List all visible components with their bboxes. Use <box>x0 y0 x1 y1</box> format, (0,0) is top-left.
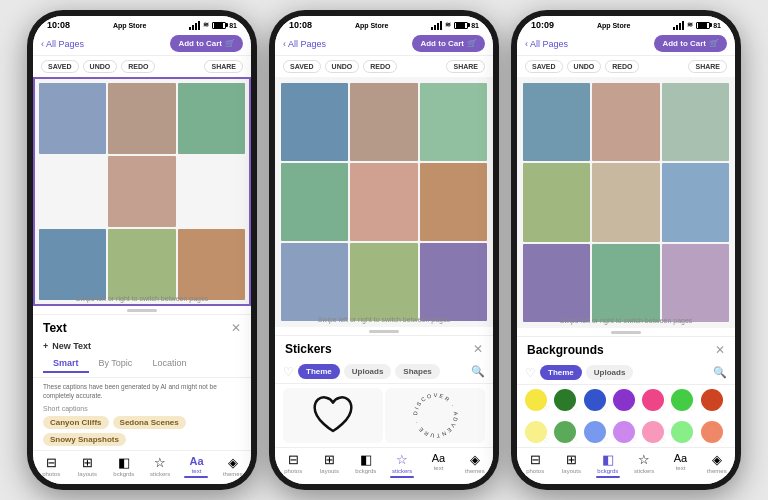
back-label-2: All Pages <box>288 39 326 49</box>
cart-icon-1: 🛒 <box>225 39 235 48</box>
phone-2: 10:08 App Store ≋ 81 ‹ All Pages <box>269 10 499 490</box>
swatch-purple[interactable]: ♡ <box>613 389 635 411</box>
tab-smart[interactable]: Smart <box>43 355 89 373</box>
tab-photos-2[interactable]: ⊟ photos <box>275 452 311 478</box>
tag-snowy-snapshots[interactable]: Snowy Snapshots <box>43 433 126 446</box>
carrier-2: App Store <box>355 22 388 29</box>
app-navbar-3: ‹ All Pages Add to Cart 🛒 <box>517 32 735 56</box>
tab-layouts-1[interactable]: ⊞ layouts <box>69 455 105 478</box>
back-button-3[interactable]: ‹ All Pages <box>525 39 568 49</box>
tab-text-2[interactable]: Aa text <box>420 452 456 478</box>
tab-layouts-label-1: layouts <box>78 471 97 477</box>
swatch-lt-pink[interactable]: ♡ <box>642 421 664 443</box>
tab-layouts-2[interactable]: ⊞ layouts <box>311 452 347 478</box>
tab-text-1[interactable]: Aa text <box>178 455 214 478</box>
tab-themes-1[interactable]: ◈ themes <box>215 455 251 478</box>
tag-sedona-scenes[interactable]: Sedona Scenes <box>113 416 186 429</box>
redo-btn-2[interactable]: REDO <box>363 60 397 73</box>
filter-theme-3[interactable]: Theme <box>540 365 582 380</box>
tab-stickers-2[interactable]: ☆ stickers <box>384 452 420 478</box>
filter-theme-2[interactable]: Theme <box>298 364 340 379</box>
swatch-lt-blue[interactable]: ♡ <box>584 421 606 443</box>
favorite-heart-btn-3[interactable]: ♡ <box>525 366 536 380</box>
back-button-1[interactable]: ‹ All Pages <box>41 39 84 49</box>
swatch-lt-lt-green[interactable]: ♡ <box>671 421 693 443</box>
tab-layouts-3[interactable]: ⊞ layouts <box>553 452 589 478</box>
tab-photos-1[interactable]: ⊟ photos <box>33 455 69 478</box>
swatch-green[interactable]: ♡ <box>671 389 693 411</box>
swatch-lt-yellow[interactable]: ♡ <box>525 421 547 443</box>
panel-title-3: Backgrounds <box>527 343 604 357</box>
undo-btn-1[interactable]: UNDO <box>83 60 118 73</box>
close-panel-2[interactable]: ✕ <box>473 342 483 356</box>
tab-stickers-1[interactable]: ☆ stickers <box>142 455 178 478</box>
filter-shapes-2[interactable]: Shapes <box>395 364 439 379</box>
bckgrds-icon-3: ◧ <box>602 452 614 467</box>
search-btn-3[interactable]: 🔍 <box>713 366 727 379</box>
text-icon-1: Aa <box>189 455 203 467</box>
swatch-lt-green[interactable]: ♡ <box>554 421 576 443</box>
themes-icon-2: ◈ <box>470 452 480 467</box>
saved-btn-3[interactable]: SAVED <box>525 60 563 73</box>
search-btn-2[interactable]: 🔍 <box>471 365 485 378</box>
tab-text-label-1: text <box>192 468 202 474</box>
tab-bckgrds-1[interactable]: ◧ bckgrds <box>106 455 142 478</box>
cart-icon-3: 🛒 <box>709 39 719 48</box>
tab-themes-label-1: themes <box>223 471 243 477</box>
bckgrds-icon-2: ◧ <box>360 452 372 467</box>
tab-bar-2: ⊟ photos ⊞ layouts ◧ bckgrds ☆ stickers … <box>275 447 493 484</box>
redo-btn-1[interactable]: REDO <box>121 60 155 73</box>
tab-location[interactable]: Location <box>142 355 196 373</box>
new-text-button[interactable]: + New Text <box>33 339 91 355</box>
tab-bckgrds-3[interactable]: ◧ bckgrds <box>590 452 626 478</box>
tab-themes-2[interactable]: ◈ themes <box>457 452 493 478</box>
share-btn-3[interactable]: SHARE <box>688 60 727 73</box>
close-panel-3[interactable]: ✕ <box>715 343 725 357</box>
text-tabs: Smart By Topic Location <box>33 355 251 378</box>
swipe-handle-2 <box>369 330 399 333</box>
swatch-dark-green[interactable]: ♡ <box>554 389 576 411</box>
photos-icon-2: ⊟ <box>288 452 299 467</box>
undo-btn-2[interactable]: UNDO <box>325 60 360 73</box>
toolbar-3: SAVED UNDO REDO SHARE <box>517 56 735 77</box>
sticker-heart[interactable] <box>283 388 383 443</box>
favorite-heart-btn-2[interactable]: ♡ <box>283 365 294 379</box>
add-to-cart-2[interactable]: Add to Cart 🛒 <box>412 35 485 52</box>
undo-btn-3[interactable]: UNDO <box>567 60 602 73</box>
saved-btn-2[interactable]: SAVED <box>283 60 321 73</box>
tab-bckgrds-2[interactable]: ◧ bckgrds <box>348 452 384 478</box>
tab-themes-3[interactable]: ◈ themes <box>699 452 735 478</box>
toolbar-1: SAVED UNDO REDO SHARE <box>33 56 251 77</box>
add-to-cart-3[interactable]: Add to Cart 🛒 <box>654 35 727 52</box>
saved-btn-1[interactable]: SAVED <box>41 60 79 73</box>
swatch-blue[interactable]: ♡ <box>584 389 606 411</box>
themes-icon-3: ◈ <box>712 452 722 467</box>
swatch-pink[interactable]: ♡ <box>642 389 664 411</box>
app-navbar-2: ‹ All Pages Add to Cart 🛒 <box>275 32 493 56</box>
tab-photos-3[interactable]: ⊟ photos <box>517 452 553 478</box>
back-label-1: All Pages <box>46 39 84 49</box>
plus-icon: + <box>43 341 48 351</box>
add-to-cart-label-3: Add to Cart <box>662 39 706 48</box>
close-panel-1[interactable]: ✕ <box>231 321 241 335</box>
tab-by-topic[interactable]: By Topic <box>89 355 143 373</box>
sticker-circle-text[interactable]: DISCOVER · ADVENTURE · EXPLORE · SEEING … <box>385 388 485 443</box>
tab-bckgrds-label-2: bckgrds <box>355 468 376 474</box>
share-btn-1[interactable]: SHARE <box>204 60 243 73</box>
swatch-lt-red[interactable]: ♡ <box>701 421 723 443</box>
swatch-yellow[interactable]: ♡ <box>525 389 547 411</box>
tab-text-3[interactable]: Aa text <box>662 452 698 478</box>
swatch-lt-purple[interactable]: ♡ <box>613 421 635 443</box>
filter-uploads-3[interactable]: Uploads <box>586 365 634 380</box>
tab-layouts-label-3: layouts <box>562 468 581 474</box>
filter-uploads-2[interactable]: Uploads <box>344 364 392 379</box>
sticker-grid: DISCOVER · ADVENTURE · EXPLORE · SEEING … <box>275 384 493 447</box>
tag-canyon-cliffs[interactable]: Canyon Cliffs <box>43 416 109 429</box>
share-btn-2[interactable]: SHARE <box>446 60 485 73</box>
swatch-red-orange[interactable]: ♡ <box>701 389 723 411</box>
back-button-2[interactable]: ‹ All Pages <box>283 39 326 49</box>
tab-stickers-3[interactable]: ☆ stickers <box>626 452 662 478</box>
redo-btn-3[interactable]: REDO <box>605 60 639 73</box>
add-to-cart-1[interactable]: Add to Cart 🛒 <box>170 35 243 52</box>
backgrounds-panel: Backgrounds ✕ ♡ Theme Uploads 🔍 ♡ ♡ ♡ ♡ … <box>517 336 735 447</box>
